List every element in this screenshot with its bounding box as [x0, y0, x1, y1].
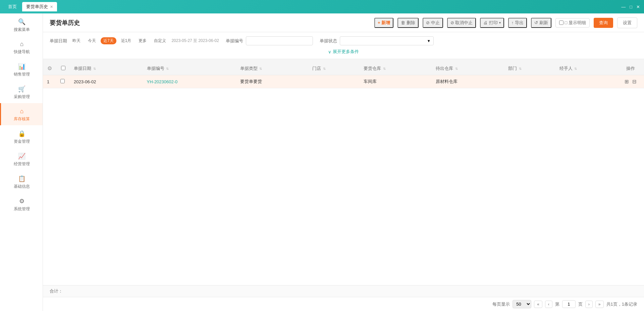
ops-icon: 📈 — [18, 152, 25, 160]
refresh-button[interactable]: ↺ 刷新 — [531, 18, 551, 28]
prev-page-button[interactable]: ‹ — [545, 301, 552, 308]
sidebar-item-basic-info[interactable]: 📋 基础信息 — [0, 170, 43, 193]
sidebar-item-purchase[interactable]: 🛒 采购管理 — [0, 81, 43, 103]
th-store: 门店 ⇅ — [308, 62, 360, 75]
first-page-button[interactable]: « — [534, 301, 542, 308]
tab-home[interactable]: 首页 — [4, 2, 21, 11]
expand-more-button[interactable]: ∨ 展开更多条件 — [328, 49, 359, 55]
search-icon: 🔍 — [18, 18, 25, 26]
sidebar-item-inventory[interactable]: ⌂ 库存核算 — [0, 103, 43, 125]
th-checkbox — [56, 62, 70, 75]
page-header: 要货单历史 + 新增 🗑 删除 ⊘ 中止 ⊘ 取消中止 🖨 打印 ▾ ↑ 导出 … — [43, 13, 644, 32]
tab-requisition-history[interactable]: 要货单历史 ✕ — [22, 2, 57, 11]
sort-pending-warehouse-icon[interactable]: ⇅ — [455, 67, 458, 71]
query-button[interactable]: 查询 — [594, 18, 613, 28]
th-number: 单据编号 ⇅ — [143, 62, 236, 75]
cell-date: 2023-06-02 — [70, 75, 143, 88]
toolbar: + 新增 🗑 删除 ⊘ 中止 ⊘ 取消中止 🖨 打印 ▾ ↑ 导出 ↺ 刷新 □… — [374, 17, 637, 28]
new-button[interactable]: + 新增 — [374, 18, 393, 28]
table-footer: 合计： — [43, 285, 644, 297]
print-button[interactable]: 🖨 打印 ▾ — [480, 18, 504, 28]
date-btn-7days[interactable]: 近7天 — [101, 37, 116, 44]
doc-status-filter: 单据状态 ▾ — [320, 36, 434, 45]
cell-type: 要货单要货 — [236, 75, 308, 88]
top-bar: 首页 要货单历史 ✕ — □ ✕ — [0, 0, 644, 13]
gear-icon: ⚙ — [19, 197, 24, 205]
delete-button[interactable]: 🗑 删除 — [397, 18, 419, 28]
stop-button[interactable]: ⊘ 中止 — [423, 18, 443, 28]
data-table: ⚙ 单据日期 ⇅ 单据编号 ⇅ — [43, 62, 644, 88]
export-button[interactable]: ↑ 导出 — [508, 18, 527, 28]
sort-department-icon[interactable]: ⇅ — [519, 67, 522, 71]
display-detail-checkbox[interactable] — [559, 20, 564, 25]
sort-handler-icon[interactable]: ⇅ — [574, 67, 577, 71]
th-date: 单据日期 ⇅ — [70, 62, 143, 75]
cell-index: 1 — [43, 75, 56, 88]
date-filter: 单据日期 昨天 今天 近7天 近1月 更多 自定义 2023-05-27 至 2… — [50, 37, 219, 44]
sort-store-icon[interactable]: ⇅ — [323, 67, 326, 71]
edit-action-icon[interactable]: ⊞ — [625, 79, 629, 84]
date-btn-1month[interactable]: 近1月 — [118, 37, 134, 44]
th-req-warehouse: 要货仓库 ⇅ — [360, 62, 432, 75]
doc-number-label: 单据编号 — [226, 38, 243, 44]
cell-number: YH-20230602-0 — [143, 75, 236, 88]
info-icon: 📋 — [18, 175, 25, 182]
date-btn-custom[interactable]: 自定义 — [151, 37, 169, 44]
date-btn-yesterday[interactable]: 昨天 — [70, 37, 83, 44]
sidebar-item-system[interactable]: ⚙ 系统管理 — [0, 193, 43, 215]
date-btn-today[interactable]: 今天 — [85, 37, 99, 44]
maximize-icon[interactable]: — — [621, 4, 626, 9]
date-range-display: 2023-05-27 至 2023-06-02 — [171, 38, 219, 44]
select-all-checkbox[interactable] — [61, 66, 65, 70]
doc-number-input[interactable] — [246, 36, 313, 45]
pagination-bar: 每页显示 10 20 50 100 « ‹ 第 1 页 › » 共1页，1条记录 — [43, 297, 644, 311]
total-info: 共1页，1条记录 — [606, 301, 637, 307]
doc-number-filter: 单据编号 — [226, 36, 313, 45]
th-department: 部门 ⇅ — [504, 62, 555, 75]
page-label: 页 — [578, 301, 583, 307]
sidebar: 🔍 搜索菜单 ⌂ 快捷导航 📊 销售管理 🛒 采购管理 ⌂ 库存核算 🔒 资金管… — [0, 13, 43, 311]
sort-date-icon[interactable]: ⇅ — [93, 67, 96, 71]
date-shortcuts: 昨天 今天 近7天 近1月 更多 自定义 — [70, 37, 169, 44]
expand-more-row: ∨ 展开更多条件 — [50, 49, 637, 55]
last-page-button[interactable]: » — [595, 301, 604, 308]
date-btn-more[interactable]: 更多 — [136, 37, 149, 44]
sort-type-icon[interactable]: ⇅ — [259, 67, 262, 71]
close-window-icon[interactable]: ✕ — [636, 4, 640, 9]
lock-icon: 🔒 — [18, 130, 25, 137]
close-tab-icon[interactable]: ✕ — [50, 5, 53, 9]
restore-icon[interactable]: □ — [630, 4, 632, 9]
display-detail-button[interactable]: □ 显示明细 — [555, 18, 590, 28]
delete-action-icon[interactable]: ⊟ — [632, 79, 637, 84]
sidebar-item-sales[interactable]: 📊 销售管理 — [0, 58, 43, 81]
inventory-icon: ⌂ — [20, 108, 24, 115]
chart-icon: 📊 — [18, 63, 25, 70]
sort-number-icon[interactable]: ⇅ — [166, 67, 169, 71]
cell-handler — [555, 75, 617, 88]
sidebar-item-nav[interactable]: ⌂ 快捷导航 — [0, 36, 43, 58]
doc-number-link[interactable]: YH-20230602-0 — [147, 79, 178, 84]
next-page-button[interactable]: › — [585, 301, 593, 308]
doc-status-select[interactable]: ▾ — [340, 36, 434, 45]
th-actions: 操作 — [617, 62, 644, 75]
sidebar-item-search[interactable]: 🔍 搜索菜单 — [0, 13, 43, 36]
cell-pending-warehouse: 原材料仓库 — [432, 75, 504, 88]
settings-button[interactable]: 设置 — [617, 17, 637, 28]
cart-icon: 🛒 — [18, 85, 25, 93]
page-input[interactable]: 1 — [562, 300, 576, 308]
sidebar-item-finance[interactable]: 🔒 资金管理 — [0, 125, 43, 148]
cancel-stop-button[interactable]: ⊘ 取消中止 — [447, 18, 476, 28]
filter-row-1: 单据日期 昨天 今天 近7天 近1月 更多 自定义 2023-05-27 至 2… — [50, 36, 637, 45]
page-title: 要货单历史 — [50, 19, 80, 27]
table-body: 1 2023-06-02 YH-20230602-0 要货单要货 — [43, 75, 644, 88]
row-checkbox[interactable] — [60, 79, 65, 83]
table-container: ⚙ 单据日期 ⇅ 单据编号 ⇅ — [43, 62, 644, 297]
chevron-down-icon: ▾ — [499, 21, 501, 25]
th-type: 单据类型 ⇅ — [236, 62, 308, 75]
sidebar-item-operations[interactable]: 📈 经营管理 — [0, 148, 43, 170]
sort-req-warehouse-icon[interactable]: ⇅ — [383, 67, 386, 71]
page-size-select[interactable]: 10 20 50 100 — [513, 300, 531, 308]
column-settings-icon[interactable]: ⚙ — [47, 65, 52, 71]
cell-checkbox — [56, 75, 70, 88]
cell-actions: ⊞ ⊟ — [617, 75, 644, 88]
